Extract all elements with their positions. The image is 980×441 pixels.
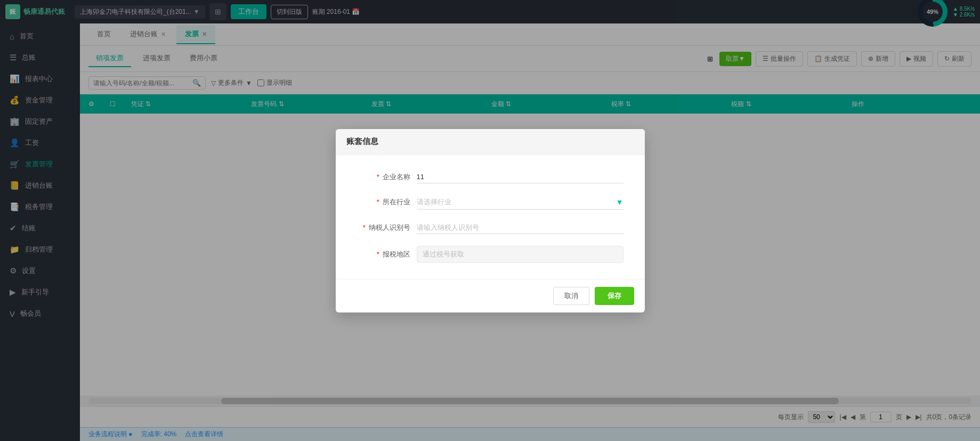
company-name-label: * 企业名称 <box>357 172 410 182</box>
industry-placeholder: 请选择行业 <box>417 197 616 207</box>
tax-id-row: * 纳税人识别号 <box>357 221 623 234</box>
tax-region-readonly: 通过税号获取 <box>417 246 623 263</box>
required-star3: * <box>363 223 366 231</box>
modal-overlay[interactable]: 账套信息 * 企业名称 * 所在行业 请选择行业 ▼ <box>0 0 980 441</box>
required-star4: * <box>377 250 379 258</box>
required-star2: * <box>377 198 379 206</box>
industry-label: * 所在行业 <box>357 197 410 207</box>
cancel-button[interactable]: 取消 <box>553 287 589 305</box>
tax-id-input[interactable] <box>417 221 623 234</box>
tax-id-label: * 纳税人识别号 <box>357 223 410 232</box>
dialog-footer: 取消 保存 <box>336 279 645 312</box>
account-info-dialog: 账套信息 * 企业名称 * 所在行业 请选择行业 ▼ <box>336 129 645 312</box>
dialog-body: * 企业名称 * 所在行业 请选择行业 ▼ * <box>336 155 645 279</box>
required-star: * <box>377 173 379 181</box>
dialog-title: 账套信息 <box>336 129 645 155</box>
industry-arrow-icon: ▼ <box>616 198 623 206</box>
company-name-row: * 企业名称 <box>357 171 623 183</box>
tax-region-label: * 报税地区 <box>357 250 410 259</box>
industry-select[interactable]: 请选择行业 ▼ <box>417 195 623 210</box>
industry-row: * 所在行业 请选择行业 ▼ <box>357 195 623 210</box>
save-button[interactable]: 保存 <box>595 287 634 305</box>
company-name-input[interactable] <box>417 171 623 183</box>
tax-region-row: * 报税地区 通过税号获取 <box>357 246 623 263</box>
